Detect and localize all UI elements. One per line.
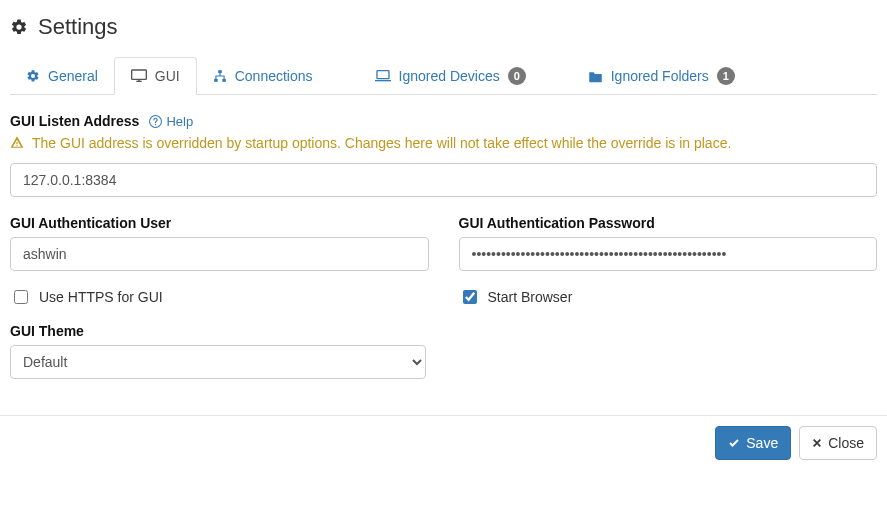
- badge-count: 1: [717, 67, 735, 85]
- sitemap-icon: [213, 69, 227, 83]
- auth-user-label: GUI Authentication User: [10, 215, 429, 231]
- close-button[interactable]: Close: [799, 426, 877, 460]
- svg-rect-4: [214, 79, 218, 82]
- tab-gui[interactable]: GUI: [114, 57, 197, 95]
- start-browser-checkbox[interactable]: [463, 290, 477, 304]
- warning-triangle-icon: [10, 135, 24, 149]
- tab-connections[interactable]: Connections: [197, 57, 329, 95]
- check-icon: [728, 437, 740, 449]
- use-https-checkbox[interactable]: [14, 290, 28, 304]
- close-icon: [812, 438, 822, 448]
- start-browser-checkbox-row[interactable]: Start Browser: [459, 287, 878, 307]
- footer-separator: [0, 415, 887, 416]
- svg-point-9: [155, 123, 156, 124]
- svg-rect-7: [375, 80, 391, 81]
- override-warning: The GUI address is overridden by startup…: [10, 135, 877, 151]
- tab-label: GUI: [155, 68, 180, 84]
- page-title: Settings: [38, 14, 118, 40]
- help-link[interactable]: Help: [149, 114, 193, 129]
- auth-password-label: GUI Authentication Password: [459, 215, 878, 231]
- warning-text: The GUI address is overridden by startup…: [32, 135, 731, 151]
- badge-count: 0: [508, 67, 526, 85]
- use-https-checkbox-row[interactable]: Use HTTPS for GUI: [10, 287, 429, 307]
- svg-rect-3: [218, 70, 222, 73]
- tab-label: Ignored Folders: [611, 68, 709, 84]
- question-circle-icon: [149, 115, 162, 128]
- svg-rect-6: [377, 71, 389, 79]
- tab-label: Ignored Devices: [399, 68, 500, 84]
- folder-icon: [588, 70, 603, 83]
- tab-general[interactable]: General: [10, 57, 114, 95]
- tab-label: Connections: [235, 68, 313, 84]
- svg-rect-5: [222, 79, 226, 82]
- auth-user-input[interactable]: [10, 237, 429, 271]
- footer: Save Close: [10, 426, 877, 470]
- tab-ignored-devices[interactable]: Ignored Devices 0: [359, 57, 542, 95]
- listen-address-input[interactable]: [10, 163, 877, 197]
- save-button[interactable]: Save: [715, 426, 791, 460]
- listen-address-label: GUI Listen Address Help: [10, 113, 877, 129]
- settings-header: Settings: [10, 10, 877, 56]
- theme-select[interactable]: Default: [10, 345, 426, 379]
- tab-panel-gui: GUI Listen Address Help The GUI address …: [10, 113, 877, 397]
- desktop-icon: [131, 69, 147, 83]
- use-https-label: Use HTTPS for GUI: [39, 289, 163, 305]
- auth-password-input[interactable]: [459, 237, 878, 271]
- svg-rect-0: [131, 70, 146, 79]
- gear-icon: [10, 18, 28, 36]
- theme-label: GUI Theme: [10, 323, 426, 339]
- tabs: General GUI Connections Ignored Devices …: [10, 56, 877, 95]
- start-browser-label: Start Browser: [488, 289, 573, 305]
- gear-icon: [26, 69, 40, 83]
- laptop-icon: [375, 70, 391, 82]
- tab-label: General: [48, 68, 98, 84]
- tab-ignored-folders[interactable]: Ignored Folders 1: [572, 57, 751, 95]
- svg-rect-2: [138, 79, 139, 81]
